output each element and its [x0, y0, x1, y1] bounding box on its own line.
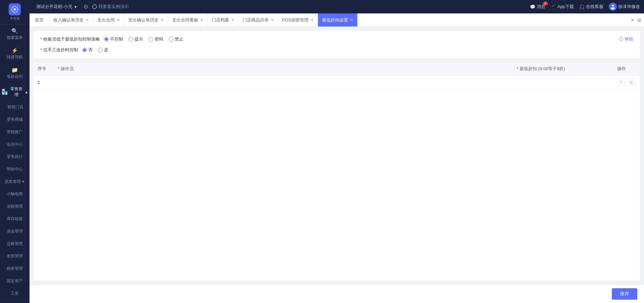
- radio-manual-no-label: 否: [88, 47, 93, 53]
- avatar: [609, 3, 617, 11]
- save-button[interactable]: 保存: [612, 288, 637, 300]
- manual-price-radio-group: 否 是: [82, 47, 108, 53]
- sidebar-item-capital[interactable]: 资金管理: [0, 225, 30, 238]
- sidebar-item-tax[interactable]: 税务管理: [0, 262, 30, 275]
- radio-tip[interactable]: 提示: [128, 36, 143, 42]
- radio-manual-yes-input[interactable]: [98, 48, 103, 52]
- radio-ban[interactable]: 禁止: [169, 36, 183, 42]
- radio-manual-no-input[interactable]: [82, 48, 87, 52]
- sidebar-item-inventory[interactable]: 库存核算: [0, 213, 30, 225]
- tab-store-file-close[interactable]: ✕: [231, 18, 234, 22]
- sidebar-item-ecommerce[interactable]: 小畅电商: [0, 188, 30, 200]
- sidebar-item-search[interactable]: 🔍 搜索菜单: [0, 24, 30, 44]
- tab-expense-contract-board-close[interactable]: ✕: [200, 18, 203, 22]
- topbar-demo-label: 我要看实例演示: [98, 4, 129, 10]
- radio-none[interactable]: 不控制: [104, 36, 123, 42]
- sidebar-item-member[interactable]: 会员中心: [0, 138, 30, 151]
- sidebar-item-help-center[interactable]: 帮助中心: [0, 163, 30, 175]
- sidebar-item-retail-stats[interactable]: 零售统计: [0, 151, 30, 163]
- control-policy-row: 收银员低于最低折扣控制策略 不控制 提示 密码: [40, 36, 633, 42]
- sidebar-item-fixed-assets[interactable]: 固定资产: [0, 275, 30, 287]
- tabbar: 首页 收入确认单历史 ✕ 支出合同 ✕ 支出确认单历史 ✕ 支出合同看板 ✕ 门…: [30, 13, 644, 27]
- tab-close-all-icon[interactable]: ✕: [631, 17, 635, 23]
- delete-button[interactable]: 🗑: [627, 78, 635, 86]
- control-policy-radio-group: 不控制 提示 密码 禁止: [104, 36, 183, 42]
- sidebar-item-purchase[interactable]: 采购管理: [0, 200, 30, 213]
- tab-pos-encrypt[interactable]: POS加密管理 ✕: [278, 13, 318, 27]
- control-policy-label: 收银员低于最低折扣控制策略: [40, 36, 100, 42]
- tab-purchase-contract[interactable]: 支出合同 ✕: [93, 13, 124, 27]
- sidebar-item-project[interactable]: 📁 项目合同: [0, 63, 30, 83]
- main-area: 测试分开花程-小兄 ▾ ⚙ 我要看实例演示 💬 消息 8 📱 App下载 🎧 在…: [30, 0, 644, 303]
- tab-income-history-close[interactable]: ✕: [86, 18, 89, 22]
- manual-price-label: 仅手工改价时控制: [40, 47, 78, 53]
- cell-operator: [54, 75, 513, 89]
- topbar-user[interactable]: 徐泽华修改: [609, 3, 640, 11]
- help-button[interactable]: ⓘ 帮助: [619, 36, 633, 42]
- sidebar-item-project-label: 项目合同: [7, 74, 23, 80]
- sidebar-item-ledger-label: 总账管理: [7, 241, 23, 247]
- svg-point-1: [612, 5, 614, 7]
- tab-pos-encrypt-label: POS加密管理: [282, 17, 309, 23]
- project-dropdown-icon: ▾: [74, 4, 77, 9]
- tab-min-discount-close[interactable]: ✕: [350, 18, 353, 22]
- sidebar-item-quick-nav[interactable]: ⚡ 快捷导航: [0, 44, 30, 63]
- edit-button[interactable]: ✎: [617, 78, 625, 86]
- topbar-message[interactable]: 💬 消息 8: [530, 4, 545, 10]
- tab-store-product-catalog-close[interactable]: ✕: [271, 18, 274, 22]
- topbar-app-download[interactable]: 📱 App下载: [551, 4, 574, 10]
- tab-income-history[interactable]: 收入确认单历史 ✕: [49, 13, 93, 27]
- tab-expand-icon[interactable]: ⊞: [637, 17, 641, 23]
- topbar-demo[interactable]: 我要看实例演示: [92, 4, 129, 10]
- radio-ban-label: 禁止: [175, 36, 183, 42]
- search-icon: 🔍: [11, 28, 18, 34]
- sidebar-item-ecommerce-label: 小畅电商: [7, 191, 23, 197]
- radio-ban-input[interactable]: [169, 37, 173, 42]
- sidebar-item-retail[interactable]: 🏪 零售管理 ▲: [0, 83, 30, 101]
- radio-none-input[interactable]: [104, 37, 109, 42]
- tab-expense-contract-board[interactable]: 支出合同看板 ✕: [168, 13, 208, 27]
- retail-icon: 🏪: [1, 89, 8, 95]
- topbar-project-label: 测试分开花程-小兄: [36, 4, 72, 10]
- help-label: 帮助: [625, 36, 633, 42]
- sidebar-logo: 专业版: [0, 0, 30, 24]
- radio-password-input[interactable]: [149, 37, 153, 42]
- tab-min-discount[interactable]: 最低折扣设置 ✕: [318, 13, 358, 27]
- radio-password[interactable]: 密码: [149, 36, 163, 42]
- topbar-settings-icon[interactable]: ⚙: [84, 4, 88, 10]
- content-area: 收银员低于最低折扣控制策略 不控制 提示 密码: [30, 27, 644, 285]
- sidebar-item-marketing[interactable]: 营销推广: [0, 126, 30, 138]
- sidebar-item-fixed-assets-label: 固定资产: [7, 278, 23, 284]
- wholesale-arrow-icon: ▼: [21, 180, 25, 184]
- radio-tip-input[interactable]: [128, 37, 133, 42]
- sidebar-item-retail-mall[interactable]: 零售商城: [0, 113, 30, 126]
- sidebar-item-salary-label: 工资: [11, 291, 19, 296]
- col-header-action: 操作: [613, 62, 640, 75]
- tab-store-file[interactable]: 门店档案 ✕: [208, 13, 238, 27]
- tab-pos-encrypt-close[interactable]: ✕: [311, 18, 314, 22]
- sidebar-item-smart-store[interactable]: 智慧门店: [0, 101, 30, 113]
- topbar-online-service[interactable]: 🎧 在线客服: [579, 4, 603, 10]
- manual-price-row: 仅手工改价时控制 否 是: [40, 47, 633, 53]
- sidebar-item-search-label: 搜索菜单: [7, 35, 23, 41]
- sidebar-item-invoice[interactable]: 发票管理: [0, 250, 30, 262]
- radio-manual-yes[interactable]: 是: [98, 47, 108, 53]
- sidebar-item-ledger[interactable]: 总账管理: [0, 238, 30, 250]
- sidebar-settings[interactable]: ⚙: [0, 300, 30, 303]
- tab-purchase-contract-close[interactable]: ✕: [117, 18, 120, 22]
- tab-store-product-catalog[interactable]: 门店商品目录 ✕: [238, 13, 278, 27]
- topbar: 测试分开花程-小兄 ▾ ⚙ 我要看实例演示 💬 消息 8 📱 App下载 🎧 在…: [30, 0, 644, 13]
- tab-expense-confirm-history[interactable]: 支出确认单历史 ✕: [124, 13, 168, 27]
- tab-expense-confirm-history-close[interactable]: ✕: [161, 18, 164, 22]
- col-header-seq: 序号: [34, 62, 54, 75]
- topbar-user-name: 徐泽华修改: [618, 4, 640, 10]
- sidebar-item-salary[interactable]: 工资: [0, 287, 30, 300]
- discount-table: 序号 * 操作员 * 最低折扣 (9.00等于9折) 操作: [34, 62, 640, 89]
- sidebar-item-capital-label: 资金管理: [7, 229, 23, 234]
- tab-home[interactable]: 首页: [30, 13, 49, 27]
- topbar-project-selector[interactable]: 测试分开花程-小兄 ▾: [34, 2, 79, 11]
- sidebar-item-wholesale[interactable]: 批发管理 ▼: [0, 175, 30, 188]
- radio-manual-no[interactable]: 否: [82, 47, 93, 53]
- sidebar-item-help-center-label: 帮助中心: [7, 166, 23, 172]
- edit-icon: ✎: [619, 80, 623, 85]
